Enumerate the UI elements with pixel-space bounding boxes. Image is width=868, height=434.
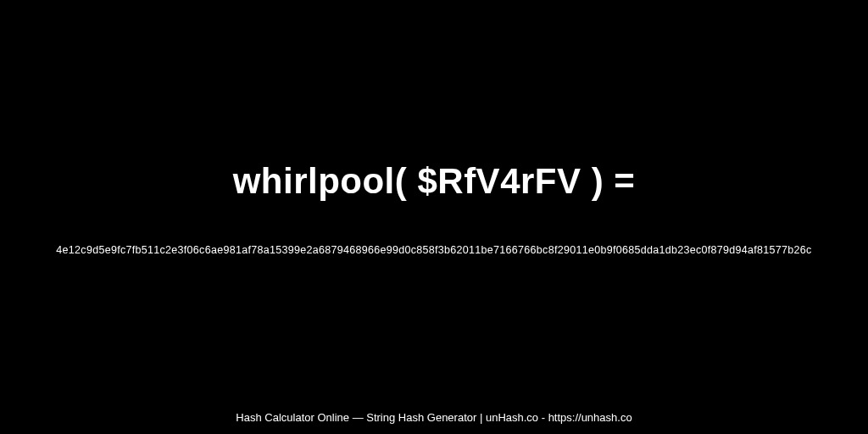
- main-content: whirlpool( $RfV4rFV ) = 4e12c9d5e9fc7fb5…: [0, 161, 868, 256]
- hash-result: 4e12c9d5e9fc7fb511c2e3f06c6ae981af78a153…: [56, 244, 811, 256]
- hash-expression: whirlpool( $RfV4rFV ) =: [233, 161, 636, 202]
- footer-text: Hash Calculator Online — String Hash Gen…: [0, 411, 868, 424]
